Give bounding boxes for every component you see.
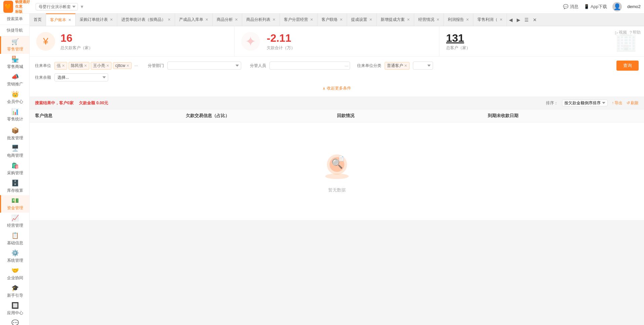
sidebar-item-basic[interactable]: 📋 基础信息: [0, 230, 29, 248]
tab-profit-report[interactable]: 利润报告 ✕: [444, 13, 473, 26]
remove-tag-wu[interactable]: ✕: [62, 64, 65, 68]
message-icon: 💬: [563, 4, 568, 9]
video-icon: ▷: [615, 30, 618, 35]
dropdown-arrow-icon: ▾: [81, 3, 83, 10]
tab-inbound-stats[interactable]: 进货单统计表（按商品） ✕: [117, 13, 175, 26]
app-download-button[interactable]: 📱 App下载: [584, 4, 607, 10]
sidebar-item-marketing[interactable]: 📣 营销推广: [0, 71, 29, 89]
tab-goods-analysis-list[interactable]: 商品分析列表 ✕: [242, 13, 280, 26]
sidebar-item-apps[interactable]: 🔲 应用中心: [0, 300, 29, 318]
top-bar: 🧡 畅捷通好生意 标版 母婴行业演示帐套 ▾ 💬 消息 📱 App下载 👤: [0, 0, 644, 13]
stat-value-total: 131: [446, 32, 470, 44]
tab-close-improve-settings[interactable]: ✕: [369, 17, 372, 22]
tab-close-inbound-stats[interactable]: ✕: [168, 17, 171, 22]
sidebar-item-purchase[interactable]: 🛍️ 采购管理: [0, 160, 29, 178]
remove-tag-chen[interactable]: ✕: [84, 64, 87, 68]
sidebar-search[interactable]: 搜索菜单: [0, 13, 29, 25]
tab-goods-analysis[interactable]: 商品分析 ✕: [213, 13, 242, 26]
tab-retail-profit[interactable]: 零售利润（ ✕: [473, 13, 507, 26]
tab-close-customer-book[interactable]: ✕: [68, 18, 71, 22]
marketing-icon: 📣: [11, 73, 19, 80]
sidebar-item-retail-mall[interactable]: 🏪 零售商城: [0, 54, 29, 71]
sidebar: 搜索菜单 快捷导航 🛒 零售管理 🏪 零售商城 📣 营销推广 👑 会员中心 📊 …: [0, 13, 30, 325]
query-button[interactable]: 查询: [616, 61, 639, 71]
ecommerce-icon: 🖥️: [11, 144, 19, 152]
sidebar-item-wholesale[interactable]: 📦 批发管理: [0, 125, 29, 143]
tab-collapse[interactable]: ✕: [531, 13, 539, 26]
tab-close-cost-entry[interactable]: ✕: [205, 17, 208, 22]
help-button[interactable]: ? 帮助: [630, 30, 641, 35]
tab-close-customer-connect[interactable]: ✕: [340, 17, 343, 22]
filter-label-unit-type: 往来单位分类: [357, 63, 381, 69]
tab-customer-connect[interactable]: 客户联络 ✕: [317, 13, 347, 26]
filter-tag-normal-customer: 普通客户 ✕: [385, 62, 410, 70]
sidebar-item-finance[interactable]: 💵 资金管理: [0, 195, 29, 213]
refresh-button[interactable]: ↺ 刷新: [627, 100, 639, 106]
sidebar-item-ops[interactable]: 📈 经营管理: [0, 213, 29, 230]
filter-tag-wu: 伍 ✕: [54, 62, 67, 70]
sidebar-item-retail-mgmt[interactable]: 🛒 零售管理: [0, 36, 29, 54]
stat-value-debt: -2.11: [267, 32, 295, 44]
tab-scroll-left[interactable]: ◀: [507, 13, 515, 26]
tab-close-purchase-order[interactable]: ✕: [110, 17, 113, 22]
tab-customer-segment[interactable]: 客户分层经营 ✕: [280, 13, 317, 26]
tab-close-goods-analysis-list[interactable]: ✕: [272, 17, 275, 22]
stat-icon-customers: ¥: [36, 32, 55, 51]
tab-close-retail-profit[interactable]: ✕: [500, 17, 503, 22]
sidebar-item-inventory[interactable]: 🗄️ 库存核算: [0, 178, 29, 195]
empty-illustration: 🔍 📄: [320, 149, 354, 183]
collapse-up-icon: ∧: [323, 86, 326, 91]
tab-improve-settings[interactable]: 提成设置 ✕: [347, 13, 377, 26]
stat-icon-debt: ✦: [241, 32, 260, 51]
tab-close-profit-report[interactable]: ✕: [466, 17, 469, 22]
enterprise-icon: 🤝: [11, 267, 19, 274]
account-select[interactable]: 母婴行业演示帐套: [36, 3, 78, 10]
newbie-icon: 🎓: [11, 284, 19, 292]
filter-dept-select[interactable]: [167, 62, 241, 70]
sidebar-item-wechat[interactable]: 💬 企业微信: [0, 318, 29, 325]
stats-row: ¥ 16 总欠款客户（家） ✦ -2.11 欠款合计（万）: [30, 26, 644, 57]
export-button[interactable]: ↑ 导出: [612, 100, 622, 106]
sidebar-item-newbie[interactable]: 🎓 新手引导: [0, 283, 29, 300]
col-header-repay: 回款情况: [337, 113, 488, 119]
filter-tag-cjttcw: cjttcw ✕: [113, 62, 132, 69]
tab-close-customer-segment[interactable]: ✕: [310, 17, 313, 22]
collapse-button[interactable]: ∧ 收起更多条件: [323, 85, 351, 91]
remove-tag-normal-customer[interactable]: ✕: [404, 64, 407, 68]
person-more-btn[interactable]: ···: [345, 63, 348, 68]
tab-ops-status[interactable]: 经营情况 ✕: [414, 13, 444, 26]
filter-unit-type-select[interactable]: [413, 62, 433, 70]
remove-tag-wang[interactable]: ✕: [106, 64, 109, 68]
tab-bar: 首页 客户账本 ✕ 采购订单统计表 ✕ 进货单统计表（按商品） ✕ 产成品入库单…: [30, 13, 644, 26]
sidebar-item-member[interactable]: 👑 会员中心: [0, 89, 29, 106]
tab-close-goods-analysis[interactable]: ✕: [235, 17, 238, 22]
col-header-customer: 客户信息: [35, 113, 186, 119]
empty-svg: 🔍 📄: [320, 149, 354, 183]
tab-add-solution[interactable]: 新增提成方案 ✕: [377, 13, 414, 26]
stat-card-total-customers: 🏢 131 总客户（家） ▷ 视频 ? 帮助: [439, 26, 644, 56]
filter-more-button[interactable]: ···: [133, 63, 139, 69]
tab-purchase-order[interactable]: 采购订单统计表 ✕: [76, 13, 117, 26]
remove-tag-cjttcw[interactable]: ✕: [126, 64, 129, 68]
message-button[interactable]: 💬 消息: [563, 4, 578, 10]
sidebar-item-enterprise[interactable]: 🤝 企业协同: [0, 265, 29, 283]
sort-select[interactable]: 按欠款金额倒序排序: [562, 100, 608, 106]
tab-cost-entry[interactable]: 产成品入库单 ✕: [175, 13, 213, 26]
sidebar-quick-nav[interactable]: 快捷导航: [0, 25, 29, 36]
tab-customer-book[interactable]: 客户账本 ✕: [46, 13, 76, 26]
sidebar-item-retail-stats[interactable]: 📊 零售统计: [0, 106, 29, 124]
tab-menu[interactable]: ☰: [522, 13, 531, 26]
filter-label-balance: 往来余额: [35, 75, 51, 80]
tab-home[interactable]: 首页: [30, 13, 46, 26]
tab-close-ops-status[interactable]: ✕: [436, 17, 439, 22]
filter-label-person: 分管人员: [250, 63, 266, 69]
sidebar-item-ecommerce[interactable]: 🖥️ 电商管理: [0, 143, 29, 160]
video-help-button[interactable]: ▷ 视频: [615, 30, 627, 35]
filter-balance-select[interactable]: 选择...: [54, 73, 108, 81]
user-name[interactable]: demo2: [627, 4, 641, 9]
filter-person-input[interactable]: [269, 62, 350, 70]
export-icon: ↑: [612, 101, 614, 105]
sidebar-item-system[interactable]: ⚙️ 系统管理: [0, 248, 29, 265]
tab-close-add-solution[interactable]: ✕: [407, 17, 410, 22]
tab-scroll-right[interactable]: ▶: [515, 13, 522, 26]
